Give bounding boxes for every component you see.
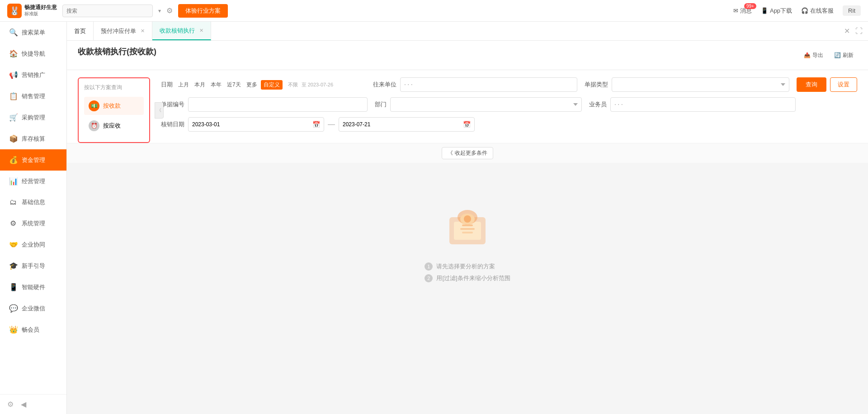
- salesperson-label: 业务员: [589, 100, 607, 109]
- date-this-month[interactable]: 本月: [193, 80, 207, 90]
- date-more[interactable]: 更多: [245, 80, 259, 90]
- sidebar-item-system[interactable]: ⚙ 系统管理: [0, 213, 66, 234]
- sidebar-item-purchase[interactable]: 🛒 采购管理: [0, 107, 66, 128]
- doc-no-input[interactable]: [188, 97, 368, 112]
- tab-receipt-offset[interactable]: 收款核销执行 ✕: [152, 22, 211, 40]
- more-conditions-button[interactable]: 《 收起更多条件: [442, 147, 493, 159]
- sidebar-item-biz[interactable]: 📊 经营管理: [0, 171, 66, 192]
- sidebar-item-sales[interactable]: 📋 销售管理: [0, 86, 66, 107]
- query-type-by-receivable[interactable]: ⏰ 按应收: [84, 117, 144, 135]
- date-custom[interactable]: 自定义: [261, 80, 283, 90]
- biz-icon: 📊: [9, 177, 17, 186]
- salesperson-input[interactable]: ···: [610, 97, 796, 112]
- doc-type-label: 单据类型: [585, 81, 608, 89]
- search-chevron-icon[interactable]: ▾: [158, 8, 161, 14]
- sidebar-item-inventory[interactable]: 📦 库存核算: [0, 128, 66, 149]
- tab-close-all-icon[interactable]: ✕: [844, 27, 850, 35]
- filter-row-1: 日期 上月 本月 本年 近7天 更多 自定义 不限: [161, 77, 857, 92]
- partner-label: 往来单位: [373, 81, 396, 89]
- partner-input[interactable]: ···: [400, 77, 578, 92]
- query-type-by-receipt[interactable]: 💵 按收款: [84, 97, 144, 115]
- query-type-panel: 按以下方案查询 💵 按收款 ⏰ 按应收 《: [78, 77, 150, 143]
- page-content: 收款核销执行(按收款) 📤 导出 🔄 刷新: [67, 41, 868, 414]
- tip-num-2: 2: [425, 274, 433, 282]
- sidebar-item-enterprise[interactable]: 🤝 企业协同: [0, 234, 66, 255]
- sidebar-label-quick-nav: 快捷导航: [22, 50, 45, 58]
- date-this-year[interactable]: 本年: [209, 80, 223, 90]
- empty-tips: 1 请先选择要分析的方案 2 用[过滤]条件来缩小分析范围: [425, 262, 510, 282]
- collapse-panel-button[interactable]: 《: [155, 102, 164, 119]
- sidebar-settings-icon[interactable]: ⚙: [7, 400, 14, 409]
- filter-wrapper: 按以下方案查询 💵 按收款 ⏰ 按应收 《: [67, 70, 868, 163]
- offset-date-label: 核销日期: [161, 120, 184, 128]
- collapse-icon: 《: [448, 149, 453, 157]
- sidebar-item-hardware[interactable]: 📱 智能硬件: [0, 276, 66, 298]
- query-button[interactable]: 查询: [797, 77, 826, 92]
- tab-receipt-close-icon[interactable]: ✕: [199, 28, 203, 33]
- offset-date-start-input[interactable]: [192, 121, 311, 128]
- sidebar-label-marketing: 营销推广: [22, 71, 45, 79]
- tab-prepay-conflict[interactable]: 预付冲应付单 ✕: [94, 22, 152, 40]
- date-last-month[interactable]: 上月: [176, 80, 191, 90]
- refresh-button[interactable]: 🔄 刷新: [830, 50, 857, 61]
- by-receivable-icon: ⏰: [89, 120, 99, 131]
- solution-button[interactable]: 体验行业方案: [178, 4, 228, 18]
- filter-settings-button[interactable]: 设置: [830, 77, 857, 92]
- main-layout: 🔍 搜索菜单 🏠 快捷导航 📢 营销推广 📋 销售管理 🛒 采购管理 📦 库存核…: [0, 22, 868, 414]
- sidebar-label-basic: 基础信息: [22, 198, 45, 206]
- settings-icon[interactable]: ⚙: [166, 6, 173, 15]
- sidebar-item-guide[interactable]: 🎓 新手引导: [0, 255, 66, 276]
- sidebar-item-member[interactable]: 👑 畅会员: [0, 319, 66, 340]
- member-icon: 👑: [9, 325, 17, 334]
- date-7days[interactable]: 近7天: [225, 80, 243, 90]
- partner-dots-icon: ···: [404, 81, 414, 89]
- tab-home[interactable]: 首页: [67, 22, 94, 40]
- svg-rect-6: [460, 228, 475, 230]
- sidebar-label-biz: 经营管理: [22, 177, 45, 186]
- sidebar-collapse-icon[interactable]: ◀: [21, 400, 26, 409]
- offset-date-end-cal-icon[interactable]: 📅: [463, 121, 471, 128]
- search-input[interactable]: [62, 5, 153, 17]
- refresh-label: 刷新: [843, 52, 854, 59]
- page-title: 收款核销执行(按收款): [78, 46, 156, 57]
- dept-select[interactable]: [390, 97, 581, 112]
- search-menu-icon: 🔍: [9, 28, 17, 37]
- hardware-icon: 📱: [9, 283, 17, 291]
- more-conditions-label: 收起更多条件: [455, 149, 487, 157]
- sidebar-item-marketing[interactable]: 📢 营销推广: [0, 64, 66, 86]
- tab-receipt-label: 收款核销执行: [160, 27, 195, 35]
- page-top-actions: 📤 导出 🔄 刷新: [800, 50, 857, 61]
- sidebar-item-quick-nav[interactable]: 🏠 快捷导航: [0, 43, 66, 64]
- purchase-icon: 🛒: [9, 113, 17, 122]
- dept-label: 部门: [375, 100, 387, 109]
- message-button[interactable]: ✉ 消息 99+: [733, 7, 752, 15]
- system-icon: ⚙: [9, 219, 17, 228]
- user-info[interactable]: Rit: [843, 5, 861, 16]
- salesperson-filter-field: 业务员 ···: [589, 97, 796, 112]
- filter-grid: 按以下方案查询 💵 按收款 ⏰ 按应收 《: [78, 77, 857, 143]
- salesperson-dots-icon: ···: [614, 100, 624, 109]
- offset-date-end-input[interactable]: [343, 121, 461, 128]
- partner-filter-field: 往来单位 ···: [373, 77, 578, 92]
- by-receipt-label: 按收款: [103, 102, 121, 110]
- sidebar-item-basic[interactable]: 🗂 基础信息: [0, 192, 66, 213]
- online-service-button[interactable]: 🎧 在线客服: [801, 7, 834, 15]
- sidebar-label-wechat: 企业微信: [22, 305, 45, 313]
- more-conditions-bar: 《 收起更多条件: [67, 143, 868, 163]
- doc-no-label: 单据编号: [161, 100, 184, 109]
- tab-prepay-close-icon[interactable]: ✕: [141, 28, 145, 34]
- sidebar-item-search-menu[interactable]: 🔍 搜索菜单: [0, 22, 66, 43]
- offset-date-start-cal-icon[interactable]: 📅: [312, 121, 320, 128]
- tab-expand-icon[interactable]: ⛶: [855, 27, 863, 35]
- top-bar: 🐰 畅捷通好生意 标准版 ▾ ⚙ 体验行业方案 ✉ 消息 99+ 📱 App下载…: [0, 0, 868, 22]
- sidebar-label-inventory: 库存核算: [22, 135, 45, 143]
- filter-row-3: 核销日期 📅 — 📅: [161, 117, 857, 132]
- app-download-icon: 📱: [761, 7, 768, 14]
- guide-icon: 🎓: [9, 262, 17, 270]
- sidebar-item-wechat[interactable]: 💬 企业微信: [0, 298, 66, 319]
- app-download-button[interactable]: 📱 App下载: [761, 7, 792, 15]
- date-shortcuts: 上月 本月 本年 近7天 更多 自定义: [176, 80, 283, 90]
- doc-type-select[interactable]: [612, 77, 789, 92]
- export-button[interactable]: 📤 导出: [800, 50, 827, 61]
- sidebar-item-fund[interactable]: 💰 资金管理: [0, 149, 66, 171]
